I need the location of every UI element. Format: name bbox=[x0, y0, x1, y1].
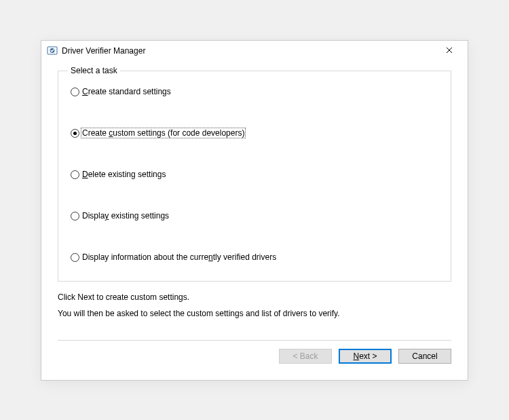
radio-label: Display information about the currently … bbox=[82, 253, 276, 261]
fieldset-legend: Select a task bbox=[68, 66, 120, 75]
dialog-content: Select a task Create standard settings C… bbox=[41, 61, 468, 380]
radio-label: Display existing settings bbox=[82, 212, 169, 220]
back-button: < Back bbox=[279, 349, 332, 364]
help-line-2: You will then be asked to select the cus… bbox=[58, 309, 451, 318]
radio-indicator bbox=[71, 88, 79, 96]
next-button[interactable]: Next > bbox=[339, 349, 392, 364]
radio-display-existing[interactable]: Display existing settings bbox=[71, 212, 438, 221]
radio-create-custom[interactable]: Create custom settings (for code develop… bbox=[71, 129, 438, 138]
radio-indicator bbox=[71, 129, 79, 138]
dialog-window: Driver Verifier Manager Select a task Cr… bbox=[41, 40, 468, 381]
help-text: Click Next to create custom settings. Yo… bbox=[58, 292, 451, 318]
help-line-1: Click Next to create custom settings. bbox=[58, 292, 451, 302]
radio-indicator bbox=[71, 170, 79, 179]
radio-display-verified-info[interactable]: Display information about the currently … bbox=[71, 253, 438, 262]
radio-label: Delete existing settings bbox=[82, 170, 166, 178]
radio-create-standard[interactable]: Create standard settings bbox=[71, 88, 438, 96]
task-radio-group: Create standard settings Create custom s… bbox=[71, 88, 438, 262]
radio-indicator bbox=[71, 212, 79, 221]
task-fieldset: Select a task Create standard settings C… bbox=[58, 71, 451, 282]
radio-label: Create custom settings (for code develop… bbox=[82, 129, 244, 137]
app-icon bbox=[47, 45, 58, 56]
cancel-button[interactable]: Cancel bbox=[398, 349, 451, 364]
close-button[interactable] bbox=[435, 41, 464, 60]
radio-label: Create standard settings bbox=[82, 88, 171, 96]
radio-delete-existing[interactable]: Delete existing settings bbox=[71, 170, 438, 179]
separator bbox=[58, 340, 451, 341]
titlebar: Driver Verifier Manager bbox=[41, 41, 468, 61]
window-title: Driver Verifier Manager bbox=[62, 46, 145, 56]
button-row: < Back Next > Cancel bbox=[58, 349, 451, 366]
radio-indicator bbox=[71, 253, 79, 262]
